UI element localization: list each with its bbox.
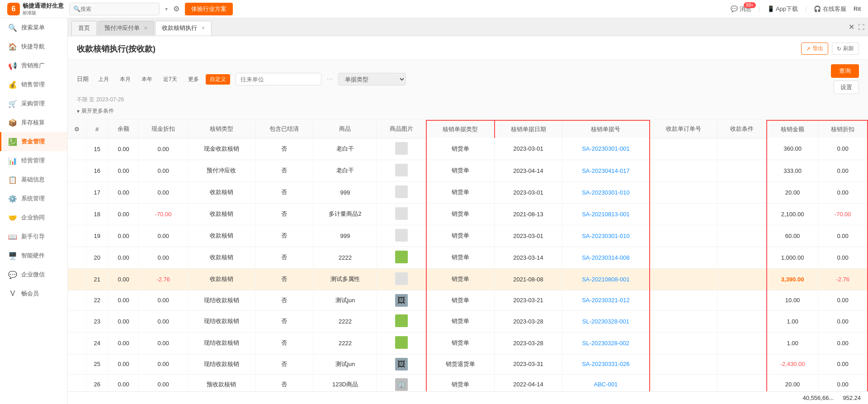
row-product-img <box>377 160 426 181</box>
tab-receipt-close[interactable]: × <box>202 25 205 31</box>
table-cell: 123D商品 <box>313 374 377 391</box>
row-id: 23 <box>86 310 108 332</box>
row-product-img <box>377 310 426 332</box>
sidebar-item-quick-nav[interactable]: 🏠 快捷导航 <box>0 37 67 56</box>
table-cell: 2222 <box>313 332 377 354</box>
message-nav[interactable]: 💬 消息 99+ <box>731 5 751 13</box>
solution-button[interactable]: 体验行业方案 <box>185 3 233 15</box>
date-btn-last-month[interactable]: 上月 <box>94 74 113 85</box>
row-writeoff-doc-no[interactable]: SA-20230301-010 <box>562 225 650 247</box>
sidebar-label-sales: 销售管理 <box>21 81 45 89</box>
marketing-icon: 📢 <box>9 62 17 70</box>
single-type-select[interactable]: 单据类型 <box>338 73 406 86</box>
row-writeoff-amount: 1,000.00 <box>767 247 818 268</box>
col-write-off-type: 核销类型 <box>188 120 255 138</box>
row-writeoff-doc-no[interactable]: SA-20210808-001 <box>562 268 650 290</box>
close-all-tabs-button[interactable]: ✕ <box>849 23 854 31</box>
table-cell <box>650 225 717 247</box>
table-cell: 否 <box>255 247 314 268</box>
row-settings <box>68 247 86 268</box>
tab-home[interactable]: 首页 <box>71 21 97 35</box>
row-cash-discount: 0.00 <box>139 138 188 160</box>
date-btn-7days[interactable]: 近7天 <box>159 74 181 85</box>
table-row: 260.000.00预收款核销否123D商品🏢销货单2022-04-14ABC-… <box>68 374 868 391</box>
table-cell: 0.00 <box>108 247 139 268</box>
row-product-img <box>377 247 426 268</box>
date-btn-this-month[interactable]: 本月 <box>116 74 135 85</box>
sidebar-item-wechat[interactable]: 💬 企业微信 <box>0 265 67 284</box>
query-button[interactable]: 查询 <box>831 64 859 78</box>
sidebar-item-enterprise[interactable]: 🤝 企业协同 <box>0 208 67 227</box>
user-avatar[interactable]: Rit <box>854 5 861 12</box>
row-writeoff-doc-date: 2023-03-28 <box>495 332 562 354</box>
sidebar-label-marketing: 营销推广 <box>21 62 45 70</box>
row-settings <box>68 332 86 354</box>
tab-receipt[interactable]: 收款核销执行 × <box>155 21 212 35</box>
sidebar-item-operations[interactable]: 📊 经营管理 <box>0 151 67 170</box>
refresh-button[interactable]: ↻ 刷新 <box>832 43 859 55</box>
table-cell: 否 <box>255 160 314 181</box>
sidebar-item-basic-info[interactable]: 📋 基础信息 <box>0 170 67 189</box>
row-writeoff-doc-no[interactable]: SL-20230328-002 <box>562 332 650 354</box>
tab-prepay-close[interactable]: × <box>144 25 147 31</box>
table-cell: 收款核销 <box>188 203 255 225</box>
row-writeoff-doc-no[interactable]: SA-20230331-026 <box>562 354 650 374</box>
sidebar-item-inventory[interactable]: 📦 库存核算 <box>0 113 67 132</box>
app-download-nav[interactable]: 📱 App下载 <box>767 5 798 13</box>
sidebar-item-finance[interactable]: 💹 资金管理 <box>0 132 67 151</box>
date-btn-this-year[interactable]: 本年 <box>137 74 156 85</box>
settings-button[interactable]: 设置 <box>834 81 859 94</box>
sidebar-item-marketing[interactable]: 📢 营销推广 <box>0 56 67 75</box>
row-writeoff-doc-no[interactable]: SA-20230321-012 <box>562 290 650 310</box>
sidebar-item-guide[interactable]: 📖 新手引导 <box>0 227 67 246</box>
sidebar-item-search[interactable]: 🔍 搜索菜单 <box>0 18 67 37</box>
sidebar-item-vip[interactable]: V 畅会员 <box>0 284 67 303</box>
row-writeoff-doc-no[interactable]: SA-20230414-017 <box>562 160 650 181</box>
row-writeoff-doc-no[interactable]: ABC-001 <box>562 374 650 391</box>
tab-prepay[interactable]: 预付冲应付单 × <box>98 21 154 35</box>
row-writeoff-doc-no[interactable]: SA-20230301-010 <box>562 181 650 203</box>
chevron-down-icon[interactable]: ▾ <box>165 6 168 12</box>
global-search[interactable]: 🔍 <box>69 3 160 15</box>
table-cell: 0.00 <box>108 310 139 332</box>
guide-icon: 📖 <box>9 233 17 241</box>
row-writeoff-amount: 60.00 <box>767 225 818 247</box>
customer-input[interactable] <box>236 73 321 86</box>
tab-bar-actions: ✕ ⛶ <box>849 23 864 31</box>
date-btn-custom[interactable]: 自定义 <box>206 74 230 85</box>
table-cell: 999 <box>313 225 377 247</box>
sidebar-item-purchase[interactable]: 🛒 采购管理 <box>0 94 67 113</box>
expand-window-button[interactable]: ⛶ <box>858 24 864 31</box>
message-badge: 99+ <box>744 2 756 8</box>
table-cell <box>650 247 717 268</box>
table-cell: 0.00 <box>108 225 139 247</box>
row-writeoff-doc-type: 销货单 <box>426 203 495 225</box>
table-cell: 现结收款核销 <box>188 310 255 332</box>
search-input[interactable] <box>80 6 144 12</box>
sidebar-item-sales[interactable]: 💰 销售管理 <box>0 75 67 94</box>
row-writeoff-doc-no[interactable]: SA-20230314-008 <box>562 247 650 268</box>
row-writeoff-doc-no[interactable]: SA-20230301-001 <box>562 138 650 160</box>
date-btn-more[interactable]: 更多 <box>184 74 203 85</box>
row-cash-discount: 0.00 <box>139 310 188 332</box>
table-cell <box>650 374 717 391</box>
sidebar-item-system[interactable]: ⚙️ 系统管理 <box>0 189 67 208</box>
row-id: 25 <box>86 354 108 374</box>
table-row: 200.000.00收款核销否2222销货单2023-03-14SA-20230… <box>68 247 868 268</box>
page-header: 收款核销执行(按收款) ↗ 导出 ↻ 刷新 <box>68 36 868 60</box>
gear-icon[interactable]: ⚙ <box>173 5 179 13</box>
logo-main-text: 畅捷通谱好生意 <box>23 2 64 10</box>
row-writeoff-doc-no[interactable]: SA-20210813-001 <box>562 203 650 225</box>
date-options: 上月 本月 本年 近7天 更多 自定义 <box>94 74 230 85</box>
finance-icon: 💹 <box>9 138 17 146</box>
export-button[interactable]: ↗ 导出 <box>801 43 828 55</box>
table-cell <box>650 354 717 374</box>
row-writeoff-doc-no[interactable]: SL-20230328-001 <box>562 310 650 332</box>
search-icon: 🔍 <box>9 24 17 32</box>
online-service-nav[interactable]: 🎧 在线客服 <box>814 5 846 13</box>
row-writeoff-doc-date: 2023-04-14 <box>495 160 562 181</box>
col-settings[interactable]: ⚙ <box>68 120 86 138</box>
row-id: 17 <box>86 181 108 203</box>
expand-more-button[interactable]: ▾ 展开更多条件 <box>77 107 114 115</box>
sidebar-item-hardware[interactable]: 🖥️ 智能硬件 <box>0 246 67 265</box>
